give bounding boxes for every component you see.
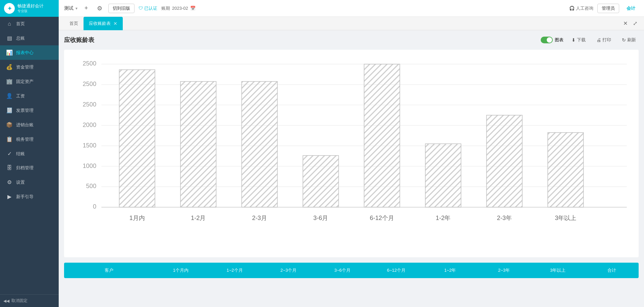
print-label: 打印 <box>602 37 611 43</box>
col-3-6month: 3~6个月 <box>315 263 369 278</box>
auth-label: 已认证 <box>144 5 157 11</box>
home-icon: ⌂ <box>6 21 13 27</box>
bar-chart: 2500 2500 2500 2000 1500 1000 500 0 <box>71 56 632 251</box>
svg-text:2-3年: 2-3年 <box>497 214 512 221</box>
sidebar-item-label: 报表中心 <box>16 50 34 56</box>
main-area: 测试 ▾ + ⚙ 切到旧版 🛡 已认证 账期 2023-02 📅 🎧 人工咨询 … <box>59 0 644 307</box>
download-label: 下载 <box>577 37 586 43</box>
sidebar-nav: ⌂ 首页 ▤ 总账 📊 报表中心 💰 资金管理 🏢 固定资产 👤 工资 🧾 发票… <box>0 17 59 294</box>
refresh-label: 刷新 <box>627 37 636 43</box>
svg-text:2000: 2000 <box>83 121 96 128</box>
sidebar-item-payroll[interactable]: 👤 工资 <box>0 89 59 103</box>
svg-text:3-6月: 3-6月 <box>313 214 328 221</box>
svg-text:1000: 1000 <box>83 162 96 169</box>
topbar: 测试 ▾ + ⚙ 切到旧版 🛡 已认证 账期 2023-02 📅 🎧 人工咨询 … <box>59 0 644 17</box>
col-over3year: 3年以上 <box>531 263 585 278</box>
sidebar-item-label: 结账 <box>16 151 25 157</box>
sidebar-item-label: 税务管理 <box>16 136 34 142</box>
sidebar-item-settings[interactable]: ⚙ 设置 <box>0 175 59 189</box>
sidebar-item-invoice[interactable]: 🧾 发票管理 <box>0 103 59 118</box>
bar-1-2年 <box>425 144 461 207</box>
payroll-icon: 👤 <box>6 93 13 99</box>
table-header: 客户 1个月内 1~2个月 2~3个月 3~6个月 6~12个月 1~2年 2~… <box>64 263 639 278</box>
download-button[interactable]: ⬇ 下载 <box>569 36 588 44</box>
workspace-name: 测试 <box>64 5 73 11</box>
svg-text:1-2月: 1-2月 <box>191 214 206 221</box>
download-icon: ⬇ <box>572 37 576 43</box>
sidebar-item-inventory[interactable]: 📦 进销台账 <box>0 118 59 132</box>
chart-toggle[interactable] <box>541 37 553 43</box>
svg-text:2-3月: 2-3月 <box>252 214 267 221</box>
ledger-icon: ▤ <box>6 35 13 41</box>
sidebar-item-label: 总账 <box>16 35 25 41</box>
refresh-button[interactable]: ↻ 刷新 <box>619 36 639 44</box>
closing-icon: ✓ <box>6 150 13 157</box>
close-panel-button[interactable]: ✕ <box>622 19 629 28</box>
col-1month: 1个月内 <box>154 263 208 278</box>
period-display: 账期 2023-02 📅 <box>161 5 196 11</box>
print-button[interactable]: 🖨 打印 <box>594 36 614 44</box>
sidebar-item-guide[interactable]: ▶ 新手引导 <box>0 189 59 204</box>
sidebar-item-archive[interactable]: 🗄 归档管理 <box>0 161 59 175</box>
close-icon: ✕ <box>623 20 628 26</box>
app-name: 畅捷通好会计 <box>17 3 44 9</box>
role-button[interactable]: 会计 <box>623 4 639 13</box>
inventory-icon: 📦 <box>6 122 13 128</box>
tab-aging[interactable]: 应收账龄表 ✕ <box>84 17 123 30</box>
add-button[interactable]: + <box>82 4 91 13</box>
sidebar-item-home[interactable]: ⌂ 首页 <box>0 17 59 31</box>
sidebar-item-label: 工资 <box>16 93 25 99</box>
chart-toggle-wrap: 图表 <box>541 37 564 43</box>
sidebar-item-label: 发票管理 <box>16 107 34 114</box>
svg-text:2500: 2500 <box>83 80 96 87</box>
page-actions: 图表 ⬇ 下载 🖨 打印 ↻ 刷新 <box>541 36 639 44</box>
sidebar: ✦ 畅捷通好会计 专业版 ⌂ 首页 ▤ 总账 📊 报表中心 💰 资金管理 🏢 固… <box>0 0 59 307</box>
sidebar-item-ledger[interactable]: ▤ 总账 <box>0 31 59 45</box>
shield-icon: 🛡 <box>139 6 143 11</box>
unpin-button[interactable]: ◀◀ 取消固定 <box>0 294 59 307</box>
archive-icon: 🗄 <box>6 165 13 171</box>
sidebar-item-label: 首页 <box>16 21 25 27</box>
svg-text:3年以上: 3年以上 <box>555 214 576 221</box>
consult-button[interactable]: 🎧 人工咨询 <box>569 5 593 11</box>
col-total: 合计 <box>585 263 639 278</box>
topbar-right: 🎧 人工咨询 管理员 会计 <box>569 4 639 13</box>
tab-home[interactable]: 首页 <box>64 17 84 30</box>
col-customer: 客户 <box>64 263 154 278</box>
sidebar-item-label: 新手引导 <box>16 194 34 200</box>
svg-text:1-2年: 1-2年 <box>436 214 450 221</box>
sidebar-item-reports[interactable]: 📊 报表中心 <box>0 45 59 60</box>
tab-close-icon[interactable]: ✕ <box>113 21 117 26</box>
tabbar: 首页 应收账龄表 ✕ ✕ ⤢ <box>59 17 644 30</box>
tab-home-label: 首页 <box>69 20 78 27</box>
print-icon: 🖨 <box>596 37 601 43</box>
settings-button[interactable]: ⚙ <box>95 4 104 13</box>
sidebar-item-funds[interactable]: 💰 资金管理 <box>0 60 59 74</box>
calendar-icon[interactable]: 📅 <box>190 6 196 11</box>
chart-container: 2500 2500 2500 2000 1500 1000 500 0 <box>64 50 639 257</box>
logo-icon: ✦ <box>4 3 15 14</box>
bar-3年以上 <box>548 133 583 207</box>
period-text: 账期 <box>161 5 170 11</box>
bar-1月内 <box>119 70 155 207</box>
sidebar-item-assets[interactable]: 🏢 固定资产 <box>0 74 59 89</box>
user-button[interactable]: 管理员 <box>597 4 619 13</box>
chevron-down-icon: ▾ <box>75 6 77 11</box>
headset-icon: 🎧 <box>569 6 575 11</box>
svg-text:0: 0 <box>93 203 96 210</box>
workspace-selector[interactable]: 测试 ▾ <box>64 5 77 11</box>
sidebar-item-closing[interactable]: ✓ 结账 <box>0 146 59 161</box>
expand-button[interactable]: ⤢ <box>632 19 639 28</box>
sidebar-item-tax[interactable]: 📋 税务管理 <box>0 132 59 146</box>
assets-icon: 🏢 <box>6 78 13 85</box>
svg-text:6-12个月: 6-12个月 <box>370 214 394 221</box>
svg-text:2500: 2500 <box>83 101 96 108</box>
refresh-icon: ↻ <box>622 37 626 43</box>
page-header: 应收账龄表 图表 ⬇ 下载 🖨 打印 ↻ 刷新 <box>64 36 639 44</box>
period-value: 2023-02 <box>172 6 188 11</box>
tab-aging-label: 应收账龄表 <box>89 20 111 27</box>
add-icon: + <box>85 5 88 12</box>
sidebar-item-label: 归档管理 <box>16 165 34 171</box>
gear-icon: ⚙ <box>97 5 102 12</box>
switch-version-button[interactable]: 切到旧版 <box>108 4 135 13</box>
